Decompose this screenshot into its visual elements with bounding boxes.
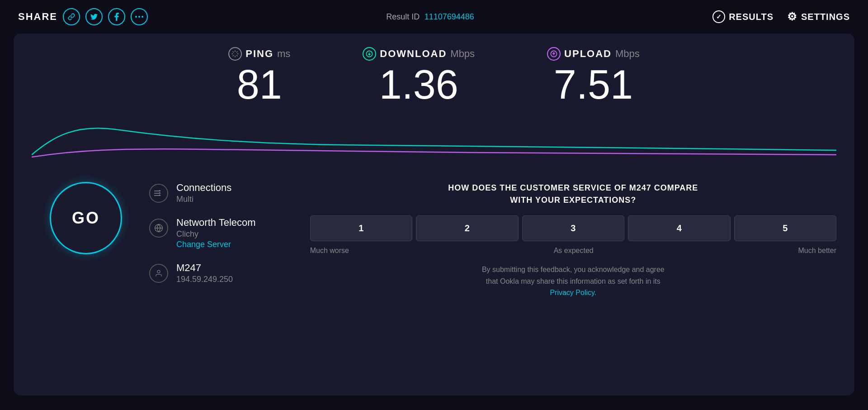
host-location: Clichy [176,229,256,239]
label-low: Much worse [310,247,349,255]
topbar: SHARE Result ID 11107694486 [0,0,868,33]
disclaimer-text: By submitting this feedback, you acknowl… [482,266,665,285]
main-card: PING ms 81 DOWNLOAD Mbps 1.36 [14,33,854,396]
host-name: Networth Telecom [176,217,256,229]
go-label: GO [72,209,100,228]
twitter-icon[interactable] [85,8,103,25]
upload-value: 7.51 [554,64,633,105]
download-stat: DOWNLOAD Mbps 1.36 [363,47,475,105]
more-icon[interactable] [131,8,148,25]
connections-title: Connections [176,182,231,194]
provider-content: M247 194.59.249.250 [176,262,233,284]
download-unit: Mbps [450,48,475,60]
svg-point-12 [157,270,160,273]
stats-row: PING ms 81 DOWNLOAD Mbps 1.36 [32,47,836,105]
link-icon[interactable] [63,8,80,25]
result-id-value: 11107694486 [425,12,474,21]
share-section: SHARE [18,8,148,25]
settings-label: SETTINGS [801,12,850,22]
survey-question: HOW DOES THE CUSTOMER SERVICE OF M247 CO… [310,182,836,206]
bottom-section: GO Connections Multi [32,182,836,299]
download-value: 1.36 [379,64,458,105]
results-icon: ✓ [712,10,725,23]
result-id-section: Result ID 11107694486 [386,12,474,22]
speed-chart [32,114,836,168]
svg-point-2 [142,16,143,18]
globe-icon [149,219,168,238]
rating-3[interactable]: 3 [522,215,624,241]
nav-section: ✓ RESULTS ⚙ SETTINGS [712,10,850,23]
change-server-link[interactable]: Change Server [176,240,256,249]
upload-icon [547,47,561,61]
settings-nav[interactable]: ⚙ SETTINGS [787,10,850,23]
upload-header: UPLOAD Mbps [547,47,640,61]
svg-point-1 [138,16,140,18]
results-nav[interactable]: ✓ RESULTS [712,10,774,23]
rating-5[interactable]: 5 [734,215,836,241]
settings-icon: ⚙ [787,10,797,23]
connections-icon [149,184,168,203]
chart-area [32,114,836,168]
result-id-label: Result ID [386,12,420,21]
upload-label: UPLOAD [564,48,612,60]
connections-row: Connections Multi [149,182,256,204]
server-info: Connections Multi Networth Telecom Clich… [149,182,256,284]
upload-stat: UPLOAD Mbps 7.51 [547,47,640,105]
rating-2[interactable]: 2 [416,215,518,241]
privacy-policy-link[interactable]: Privacy Policy. [550,289,596,296]
connections-content: Connections Multi [176,182,231,204]
results-label: RESULTS [729,12,774,22]
download-label: DOWNLOAD [380,48,447,60]
rating-4[interactable]: 4 [628,215,730,241]
rating-labels: Much worse As expected Much better [310,247,836,255]
survey-disclaimer: By submitting this feedback, you acknowl… [310,264,836,299]
connections-value: Multi [176,195,231,204]
rating-buttons: 1 2 3 4 5 [310,215,836,241]
label-mid: As expected [554,247,594,255]
survey-section: HOW DOES THE CUSTOMER SERVICE OF M247 CO… [310,182,836,299]
ping-label: PING [245,48,274,60]
download-icon [363,47,376,61]
host-row: Networth Telecom Clichy Change Server [149,217,256,249]
provider-name: M247 [176,262,233,274]
facebook-icon[interactable] [108,8,125,25]
ping-unit: ms [277,48,290,60]
go-button[interactable]: GO [50,182,122,254]
download-header: DOWNLOAD Mbps [363,47,475,61]
user-icon [149,264,168,283]
label-high: Much better [798,247,836,255]
provider-ip: 194.59.249.250 [176,275,233,284]
svg-point-0 [135,16,137,18]
ping-header: PING ms [228,47,290,61]
upload-unit: Mbps [615,48,640,60]
ping-value: 81 [237,64,282,105]
ping-icon [228,47,242,61]
host-content: Networth Telecom Clichy Change Server [176,217,256,249]
rating-1[interactable]: 1 [310,215,412,241]
ping-stat: PING ms 81 [228,47,290,105]
share-label: SHARE [18,11,57,23]
provider-row: M247 194.59.249.250 [149,262,256,284]
